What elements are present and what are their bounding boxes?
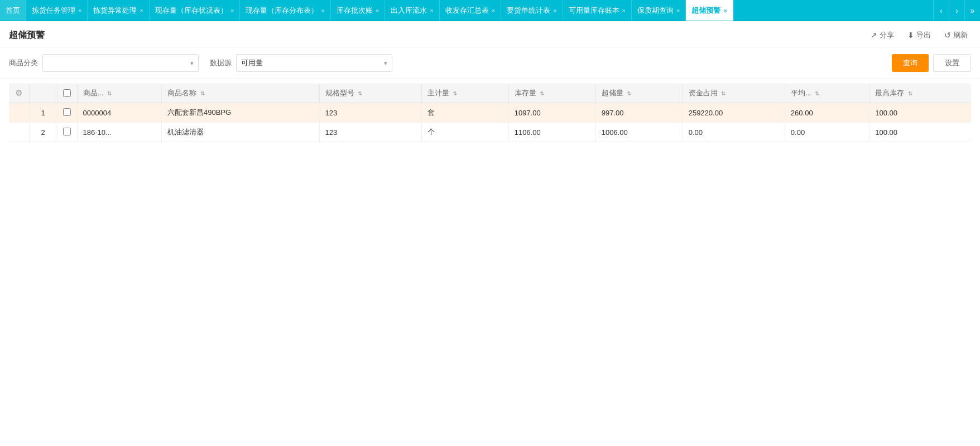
export-button[interactable]: ⬇ 导出 [904, 28, 934, 42]
td-over-1: 997.00 [595, 103, 683, 123]
nav-close-pick-exception[interactable]: × [140, 7, 143, 14]
nav-close-in-out-flow[interactable]: × [430, 7, 433, 14]
category-filter-group: 商品分类 ▾ [9, 54, 199, 72]
sort-icon-stock: ⇅ [540, 90, 544, 96]
nav-close-pick-task[interactable]: × [78, 7, 81, 14]
row-checkbox-2[interactable] [63, 128, 71, 135]
nav-label-home: 首页 [6, 6, 20, 16]
td-max_stock-2: 100.00 [869, 123, 971, 142]
category-label: 商品分类 [9, 58, 38, 68]
nav-close-stock-status[interactable]: × [230, 7, 234, 14]
refresh-button[interactable]: ↺ 刷新 [941, 28, 971, 42]
nav-label-available-book: 可用量库存账本 [569, 6, 619, 16]
table-row: 10000004六配套新昌490BPG123套1097.00997.002592… [9, 103, 971, 123]
td-avg-1: 260.00 [785, 103, 869, 123]
nav-item-batch-account[interactable]: 库存批次账 × [331, 0, 385, 21]
nav-item-over-stock[interactable]: 超储预警 × [686, 0, 733, 21]
nav-item-pick-exception[interactable]: 拣货异常处理 × [88, 0, 149, 21]
nav-label-pick-exception: 拣货异常处理 [93, 6, 137, 16]
td-unit-2: 个 [421, 123, 508, 142]
nav-label-stock-dist: 现存量（库存分布表） [246, 6, 318, 16]
td-check-2 [57, 123, 77, 142]
row-checkbox-1[interactable] [63, 108, 71, 116]
td-name-1: 六配套新昌490BPG [161, 103, 319, 123]
td-gear-1 [9, 103, 29, 123]
datasource-select-value: 可用量 [241, 58, 263, 68]
td-check-1 [57, 103, 77, 123]
nav-item-pick-task[interactable]: 拣货任务管理 × [26, 0, 88, 21]
td-gear-2 [9, 123, 29, 142]
nav-arrows: ‹ › » [933, 0, 980, 21]
td-code-1: 0000004 [77, 103, 161, 123]
td-avg-2: 0.00 [785, 123, 869, 142]
nav-label-stock-status: 现存量（库存状况表） [155, 6, 228, 16]
nav-close-over-stock[interactable]: × [723, 7, 727, 14]
nav-close-stock-dist[interactable]: × [321, 7, 324, 14]
settings-button[interactable]: 设置 [933, 54, 971, 72]
td-spec-2: 123 [319, 123, 421, 142]
nav-close-order-stats[interactable]: × [553, 7, 556, 14]
sort-icon-avg: ⇅ [815, 90, 819, 96]
top-navigation: 首页拣货任务管理 ×拣货异常处理 ×现存量（库存状况表） ×现存量（库存分布表）… [0, 0, 980, 21]
nav-item-receive-summary[interactable]: 收发存汇总表 × [440, 0, 501, 21]
th-code[interactable]: 商品... ⇅ [77, 84, 161, 103]
sort-icon-name: ⇅ [200, 90, 205, 96]
nav-next-arrow[interactable]: › [949, 0, 964, 21]
nav-item-stock-dist[interactable]: 现存量（库存分布表） × [240, 0, 330, 21]
nav-item-order-stats[interactable]: 要货单统计表 × [501, 0, 563, 21]
nav-item-available-book[interactable]: 可用量库存账本 × [563, 0, 632, 21]
td-index-2: 2 [29, 123, 57, 142]
nav-close-shelf-life[interactable]: × [676, 7, 680, 14]
nav-close-batch-account[interactable]: × [376, 7, 379, 14]
th-unit[interactable]: 主计量 ⇅ [421, 84, 508, 103]
nav-item-shelf-life[interactable]: 保质期查询 × [632, 0, 686, 21]
nav-label-receive-summary: 收发存汇总表 [445, 6, 489, 16]
th-index [29, 84, 57, 103]
sort-icon-capital: ⇅ [721, 90, 726, 96]
main-content: 超储预警 ↗ 分享 ⬇ 导出 ↺ 刷新 商品分类 ▾ 数据源 [0, 21, 980, 446]
th-avg[interactable]: 平均... ⇅ [785, 84, 869, 103]
share-button[interactable]: ↗ 分享 [867, 28, 897, 42]
nav-label-in-out-flow: 出入库流水 [391, 6, 427, 16]
nav-prev-arrow[interactable]: ‹ [933, 0, 949, 21]
th-stock[interactable]: 库存量 ⇅ [508, 84, 595, 103]
category-select[interactable]: ▾ [42, 54, 199, 72]
datasource-filter-group: 数据源 可用量 ▾ [210, 54, 392, 72]
td-capital-2: 0.00 [683, 123, 785, 142]
nav-label-order-stats: 要货单统计表 [507, 6, 550, 16]
th-max-stock[interactable]: 最高库存 ⇅ [869, 84, 971, 103]
nav-close-receive-summary[interactable]: × [492, 7, 495, 14]
th-spec[interactable]: 规格型号 ⇅ [319, 84, 421, 103]
chevron-down-icon: ▾ [190, 60, 194, 67]
th-gear[interactable]: ⚙ [9, 84, 29, 103]
export-icon: ⬇ [907, 31, 914, 40]
chevron-down-icon-2: ▾ [384, 60, 387, 67]
data-table: ⚙ 商品... ⇅ 商品名称 ⇅ 规格型号 ⇅ 主计量 ⇅ 库存量 ⇅ 超储量 … [9, 84, 971, 142]
refresh-icon: ↺ [944, 31, 951, 40]
td-over-2: 1006.00 [595, 123, 683, 142]
table-body: 10000004六配套新昌490BPG123套1097.00997.002592… [9, 103, 971, 142]
share-icon: ↗ [871, 31, 877, 40]
nav-label-over-stock: 超储预警 [691, 6, 720, 16]
nav-item-home[interactable]: 首页 [0, 0, 26, 21]
th-capital[interactable]: 资金占用 ⇅ [683, 84, 785, 103]
td-name-2: 机油滤清器 [161, 123, 319, 142]
sort-icon-spec: ⇅ [358, 90, 362, 96]
table-row: 2186-10...机油滤清器123个1106.001006.000.000.0… [9, 123, 971, 142]
nav-close-available-book[interactable]: × [622, 7, 626, 14]
select-all-checkbox[interactable] [63, 89, 71, 97]
nav-expand-arrow[interactable]: » [964, 0, 980, 21]
table-container: ⚙ 商品... ⇅ 商品名称 ⇅ 规格型号 ⇅ 主计量 ⇅ 库存量 ⇅ 超储量 … [0, 84, 980, 142]
filter-bar: 商品分类 ▾ 数据源 可用量 ▾ 查询 设置 [0, 47, 980, 79]
query-button[interactable]: 查询 [892, 54, 929, 72]
page-header: 超储预警 ↗ 分享 ⬇ 导出 ↺ 刷新 [0, 21, 980, 47]
nav-item-in-out-flow[interactable]: 出入库流水 × [385, 0, 439, 21]
header-actions: ↗ 分享 ⬇ 导出 ↺ 刷新 [867, 28, 971, 42]
th-over[interactable]: 超储量 ⇅ [595, 84, 683, 103]
gear-icon: ⚙ [15, 88, 22, 98]
th-name[interactable]: 商品名称 ⇅ [161, 84, 319, 103]
datasource-select[interactable]: 可用量 ▾ [236, 54, 392, 72]
nav-item-stock-status[interactable]: 现存量（库存状况表） × [150, 0, 240, 21]
sort-icon-max: ⇅ [908, 90, 912, 96]
td-capital-1: 259220.00 [683, 103, 785, 123]
